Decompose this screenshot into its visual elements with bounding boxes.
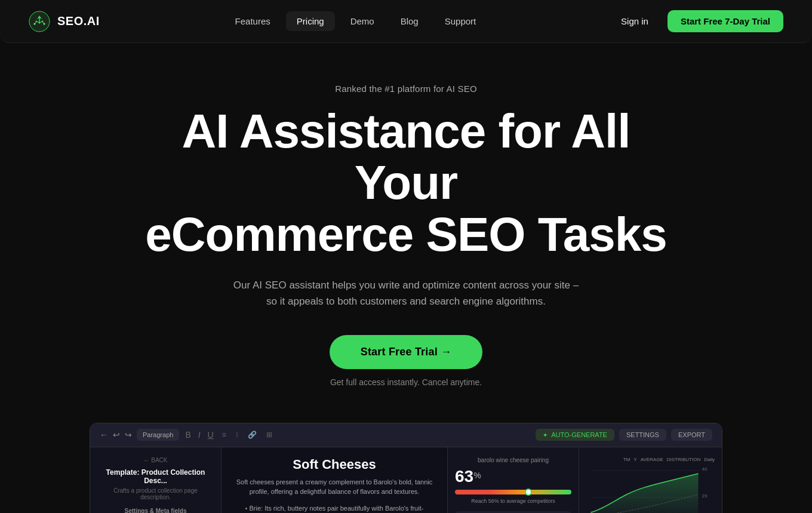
cta-note: Get full access instantly. Cancel anytim…	[330, 377, 482, 387]
panel-back: ← BACK	[100, 457, 211, 463]
panel-section-title: Settings & Meta fields	[100, 508, 211, 513]
content-paragraph: Soft cheeses present a creamy complement…	[236, 477, 433, 497]
hero-title: AI Assistance for All Your eCommerce SEO…	[137, 106, 675, 260]
hero-title-line2: eCommerce SEO Tasks	[145, 208, 666, 261]
logo-icon	[29, 11, 50, 32]
score-suffix: %	[473, 471, 481, 480]
cta-button[interactable]: Start Free Trial →	[330, 335, 483, 369]
sign-in-button[interactable]: Sign in	[611, 11, 658, 31]
score-header: barolo wine cheese pairing	[455, 457, 571, 463]
hero-title-line1: AI Assistance for All Your	[182, 105, 630, 209]
nav-pricing[interactable]: Pricing	[286, 11, 335, 31]
cta-section: Start Free Trial → Get full access insta…	[330, 335, 483, 387]
product-screenshot: ← ↩ ↪ Paragraph B I U ≡ ⁞ 🔗 ⊞ ✦ AUTO-GEN…	[90, 423, 722, 513]
toolbar-autogen: ✦ AUTO-GENERATE	[536, 429, 614, 441]
hero-subtitle: Our AI SEO assistant helps you write and…	[233, 277, 579, 309]
svg-point-5	[44, 23, 45, 24]
hero-section: Ranked the #1 platform for AI SEO AI Ass…	[0, 0, 812, 513]
chart-svg: 40 29	[586, 465, 715, 513]
trial-button[interactable]: Start Free 7-Day Trial	[668, 10, 783, 32]
chart-legend-avg: AVERAGE	[641, 457, 663, 462]
chart-legend-daily: Daily	[704, 457, 715, 462]
score-bar	[455, 490, 571, 494]
content-title: Soft Cheeses	[236, 457, 433, 472]
nav-demo[interactable]: Demo	[340, 11, 385, 31]
list-item: Brie: Its rich, buttery notes pair beaut…	[236, 503, 433, 513]
navbar-actions: Sign in Start Free 7-Day Trial	[611, 10, 783, 32]
toolbar-paragraph: Paragraph	[137, 429, 179, 441]
seo-row-title: SEO TITLE Optimised ✓	[455, 511, 571, 513]
navbar: SEO.AI Features Pricing Demo Blog Suppor…	[0, 0, 812, 43]
toolbar-settings: SETTINGS	[619, 429, 666, 441]
seo-rows: SEO TITLE Optimised ✓ H1 Optimised ✓ SUB…	[455, 511, 571, 513]
hero-badge: Ranked the #1 platform for AI SEO	[335, 84, 477, 94]
screenshot-toolbar: ← ↩ ↪ Paragraph B I U ≡ ⁞ 🔗 ⊞ ✦ AUTO-GEN…	[90, 423, 722, 447]
chart-legend-y: Y	[633, 457, 636, 462]
score-reach: Reach 56% to average competitors	[455, 498, 571, 504]
panel-desc: Crafts a product collection page descrip…	[100, 487, 211, 500]
logo-area: SEO.AI	[29, 11, 100, 32]
svg-point-1	[39, 21, 41, 23]
svg-text:29: 29	[702, 493, 708, 499]
nav-support[interactable]: Support	[434, 11, 487, 31]
score-bar-marker	[525, 489, 532, 496]
toolbar-export: EXPORT	[671, 429, 712, 441]
nav-blog[interactable]: Blog	[390, 11, 429, 31]
svg-text:40: 40	[702, 466, 708, 472]
score-display: 63 %	[455, 467, 571, 486]
main-nav: Features Pricing Demo Blog Support	[224, 11, 487, 31]
chart-legend-dist: DISTRIBUTION	[667, 457, 700, 462]
nav-features[interactable]: Features	[224, 11, 281, 31]
score-value: 63	[455, 467, 473, 486]
svg-point-4	[34, 23, 36, 24]
content-list: Brie: Its rich, buttery notes pair beaut…	[236, 503, 433, 513]
chart-legend-tm: TM	[623, 457, 630, 462]
panel-title: Template: Product Collection Desc...	[100, 468, 211, 485]
logo-text: SEO.AI	[57, 14, 100, 28]
